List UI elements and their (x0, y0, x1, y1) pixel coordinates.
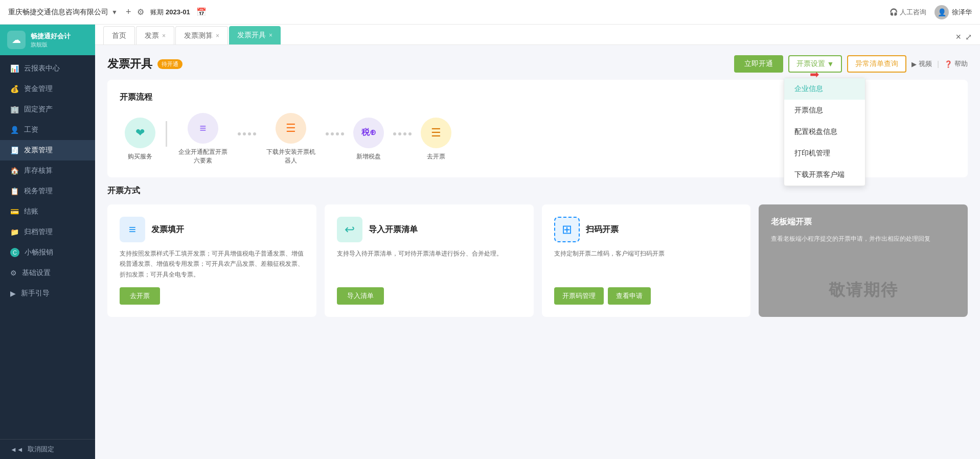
sidebar-item-invoice-mgmt[interactable]: 🧾 发票管理 (0, 140, 95, 160)
sidebar-item-fund[interactable]: 💰 资金管理 (0, 79, 95, 99)
sidebar-item-payroll[interactable]: 👤 工资 (0, 120, 95, 140)
flow-step-buy: ❤ 购买服务 (120, 118, 161, 161)
sidebar-item-settle[interactable]: 💳 结账 (0, 201, 95, 222)
sidebar: ☁ 畅捷通好会计 旗舰版 📊 云报表中心 💰 资金管理 🏢 固定资产 👤 工资 (0, 25, 95, 459)
fill-invoice-btn[interactable]: 去开票 (120, 287, 160, 305)
boss-invoice-title: 老板端开票 (771, 217, 955, 227)
help-button[interactable]: 🎧 人工咨询 (890, 8, 926, 17)
flow-step-go-invoice: ☰ 去开票 (416, 118, 457, 161)
settings-icon[interactable]: ⚙ (137, 7, 144, 17)
company-selector[interactable]: 重庆畅捷交通信息咨询有限公司 ▼ (8, 8, 118, 17)
flow-step-tax: 税⊕ 新增税盘 (348, 118, 389, 161)
tab-home-label: 首页 (112, 31, 126, 40)
sidebar-menu: 📊 云报表中心 💰 资金管理 🏢 固定资产 👤 工资 🧾 发票管理 🏠 (0, 55, 95, 439)
abnormal-button[interactable]: 异常清单查询 (847, 55, 906, 73)
scan-invoice-btn1[interactable]: 开票码管理 (554, 287, 604, 305)
logo-sub: 旗舰版 (31, 41, 71, 49)
status-badge: 待开通 (157, 59, 183, 69)
settings-sidebar-icon: ⚙ (10, 269, 17, 277)
sidebar-item-tax[interactable]: 📋 税务管理 (0, 181, 95, 201)
config-icon: ≡ (200, 122, 207, 135)
import-invoice-title: 导入开票清单 (369, 224, 418, 235)
dropdown-item-invoice-info[interactable]: 开票信息 (784, 100, 865, 121)
fixed-assets-icon: 🏢 (10, 105, 19, 113)
scan-invoice-btn2[interactable]: 查看申请 (608, 287, 651, 305)
watermark-text: 敬请期待 (759, 279, 968, 302)
dropdown-item-company-info[interactable]: 企业信息 (784, 78, 865, 100)
period-label: 账期 2023-01 (150, 8, 190, 17)
buy-service-icon: ❤ (135, 126, 145, 140)
company-name: 重庆畅捷交通信息咨询有限公司 (8, 8, 108, 17)
scan-invoice-title: 扫码开票 (586, 224, 619, 235)
connector-1 (238, 132, 256, 135)
tab-close-button[interactable]: × (955, 32, 961, 42)
invoice-mgmt-icon: 🧾 (10, 146, 19, 154)
import-invoice-icon: ↩ (337, 217, 362, 242)
chevron-down-icon: ▼ (111, 9, 118, 16)
sidebar-item-fixed-assets[interactable]: 🏢 固定资产 (0, 99, 95, 120)
logo-icon: ☁ (7, 31, 26, 49)
flow-step-config-label: 企业开通配置开票六要素 (177, 148, 229, 165)
import-invoice-desc: 支持导入待开票清单，可对待开票清单进行拆分、合并处理。 (337, 248, 521, 281)
user-info[interactable]: 👤 徐泽华 (935, 5, 972, 19)
flow-step-config: ≡ 企业开通配置开票六要素 (172, 113, 234, 165)
headset-icon: 🎧 (890, 8, 898, 16)
settle-icon: 💳 (10, 208, 19, 216)
sidebar-collapse[interactable]: ◄◄ 取消固定 (0, 439, 95, 459)
go-invoice-icon: ☰ (431, 126, 441, 140)
activate-button[interactable]: 立即开通 (734, 55, 783, 73)
page-title: 发票开具 (107, 56, 152, 72)
flow-step-buy-label: 购买服务 (128, 152, 152, 161)
inventory-icon: 🏠 (10, 167, 19, 175)
method-card-fill: ≡ 发票填开 支持按照发票样式手工填开发票；可开具增值税电子普通发票、增值税普通… (107, 204, 316, 317)
sidebar-item-guide[interactable]: ▶ 新手引导 (0, 283, 95, 304)
play-icon: ▶ (911, 60, 917, 68)
collapse-icon: ◄◄ (10, 446, 24, 453)
scan-invoice-desc: 支持定制开票二维码，客户端可扫码开票 (554, 248, 739, 281)
scan-invoice-icon: ⊞ (554, 217, 580, 242)
xiaochang-icon: C (10, 248, 19, 257)
connector-2 (326, 132, 344, 135)
tab-invoice-label: 发票 (145, 31, 159, 40)
add-icon[interactable]: + (126, 7, 131, 17)
video-button[interactable]: ▶ 视频 (911, 59, 932, 68)
sidebar-item-settings[interactable]: ⚙ 基础设置 (0, 263, 95, 283)
archive-icon: 📁 (10, 228, 19, 236)
tab-invoice-open-label: 发票开具 (237, 31, 266, 40)
fill-invoice-desc: 支持按照发票样式手工填开发票；可开具增值税电子普通发票、增值税普通发票、增值税专… (120, 248, 304, 281)
flow-step-download-label: 下载并安装开票机器人 (265, 148, 316, 165)
connector-3 (393, 132, 412, 135)
settings-dropdown: ➡ 企业信息 开票信息 配置税盘信息 打印机管理 下载开票客户端 (784, 78, 865, 186)
import-invoice-btn[interactable]: 导入清单 (337, 287, 384, 305)
payroll-icon: 👤 (10, 126, 19, 134)
tab-expand-button[interactable]: ⤢ (965, 32, 972, 42)
calendar-icon[interactable]: 📅 (196, 7, 207, 17)
dropdown-item-tax-config[interactable]: 配置税盘信息 (784, 121, 865, 143)
tax-step-icon: 税⊕ (361, 127, 376, 138)
tab-invoice-open-close[interactable]: × (269, 32, 272, 39)
tab-invoice-test-close[interactable]: × (216, 32, 219, 39)
help-icon: ❓ (944, 60, 952, 68)
tax-icon: 📋 (10, 187, 19, 195)
sidebar-item-xiaochang[interactable]: C 小畅报销 (0, 242, 95, 263)
step-separator-1 (166, 121, 167, 147)
divider: | (937, 60, 939, 68)
tab-home[interactable]: 首页 (103, 26, 135, 44)
tab-invoice-open[interactable]: 发票开具 × (229, 26, 281, 44)
tab-invoice-close[interactable]: × (162, 32, 166, 39)
fill-invoice-title: 发票填开 (151, 224, 184, 235)
tab-invoice-test[interactable]: 发票测算 × (175, 26, 228, 44)
tab-invoice[interactable]: 发票 × (136, 26, 174, 44)
user-avatar-icon: 👤 (935, 5, 949, 19)
sidebar-item-archive[interactable]: 📁 归档管理 (0, 222, 95, 242)
help-page-button[interactable]: ❓ 帮助 (944, 59, 968, 68)
dropdown-item-download-client[interactable]: 下载开票客户端 (784, 164, 865, 186)
dropdown-item-printer[interactable]: 打印机管理 (784, 143, 865, 164)
tab-invoice-test-label: 发票测算 (184, 31, 213, 40)
method-section-title: 开票方式 (107, 186, 968, 196)
flow-step-tax-label: 新增税盘 (356, 152, 381, 161)
fund-icon: 💰 (10, 85, 19, 93)
sidebar-item-inventory[interactable]: 🏠 库存核算 (0, 160, 95, 181)
sidebar-item-cloud-report[interactable]: 📊 云报表中心 (0, 58, 95, 79)
method-card-boss: 老板端开票 查看老板端小程序提交的开票申请，并作出相应的处理回复 敬请期待 (759, 204, 968, 317)
